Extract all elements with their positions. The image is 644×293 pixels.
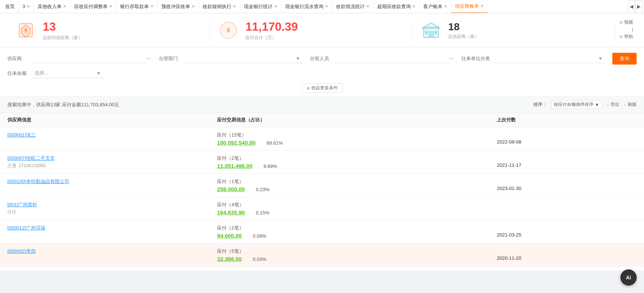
nav-ar-ap-adjust-close[interactable]: ✕ — [109, 4, 112, 9]
table-header: 供应商信息 应付交易信息（占比） 上次付数 — [0, 113, 644, 127]
supplier-dots-icon[interactable]: ··· — [146, 55, 151, 62]
supplier-info-5: [000012]广州贝瑞 — [7, 225, 217, 231]
payable-amount-5[interactable]: 94,600.00 — [217, 232, 242, 239]
nav-customer-book-close[interactable]: ✕ — [444, 4, 447, 9]
supplier-link-2[interactable]: [000007]恒旺二手叉车 — [7, 155, 217, 162]
results-text: 搜索结果中，供应商13家 应付金额111,703,854.00元 — [7, 102, 119, 107]
payable-amount-4[interactable]: 164,635.90 — [217, 209, 245, 216]
nav-receipt-verify-close[interactable]: ✕ — [233, 4, 236, 9]
table-row: [000007]恒旺二手叉车 王通 17106110000 应付（2笔） 11,… — [0, 151, 644, 174]
nav-cash-bank-stat[interactable]: 现金银行统计 ✕ — [240, 0, 281, 13]
filter-row-1: 供应商 ··· 分管部门 ▼ 分管人员 ··· 往来单位分类 ▼ — [7, 53, 637, 65]
supplier-contact-2: 王通 17106110000 — [7, 163, 217, 169]
supplier-link-4[interactable]: [001]广州荣轩 — [7, 201, 217, 208]
person-dots-icon[interactable]: ··· — [449, 55, 454, 62]
nav-supplier-book-label: 供应商账本 — [455, 3, 479, 10]
summary-text-total-suppliers: 18 总供应商（家） — [448, 21, 479, 40]
nav-receipt-stat-close[interactable]: ✕ — [366, 4, 370, 9]
summary-text-ap-suppliers: 13 总应付供应商（家） — [43, 20, 83, 41]
video-link[interactable]: ⊙ 视频 — [619, 19, 633, 25]
nav-tab3-close[interactable]: ✕ — [27, 4, 30, 9]
nav-cash-bank-query-close[interactable]: ✕ — [325, 4, 328, 9]
payable-info-6: 应付（5笔） 32,366.00 0.03% — [217, 248, 497, 262]
sort-select[interactable]: 按应付余额倒序排序 ▼ — [551, 100, 602, 109]
supplier-info-3: [000100]本特勤油品有限公司 — [7, 178, 217, 185]
nav-supplier-book-close[interactable]: ✕ — [480, 4, 484, 8]
svg-rect-9 — [425, 31, 427, 34]
balance-select[interactable]: 选择... ▼ — [32, 68, 103, 78]
supplier-input[interactable] — [32, 54, 146, 63]
nav-right-arrow[interactable]: ▶ — [635, 0, 643, 13]
lastpay-3: 2023-01-30 — [497, 178, 637, 191]
nav-cash-bank-query[interactable]: 现金银行流水查询 ✕ — [281, 0, 332, 13]
filter-item-person: 分管人员 ··· — [310, 54, 454, 63]
payable-amount-2[interactable]: 11,051,486.00 — [217, 163, 252, 169]
payable-label-2: 应付（2笔） — [217, 155, 497, 162]
collapse-button[interactable]: ∧ 收起更多条件 — [302, 83, 343, 93]
nav-ar-ap-adjust[interactable]: 应收应付调整单 ✕ — [70, 0, 116, 13]
nav-other-income-close[interactable]: ✕ — [63, 4, 66, 9]
filter-label-balance: 往来余额 — [7, 70, 29, 77]
payable-label-4: 应付（4笔） — [217, 201, 497, 208]
summary-actions: ⊙ 视频 | ⊙ 帮助 — [616, 19, 637, 41]
supplier-link-6[interactable]: [000002]李四 — [7, 248, 217, 255]
nav-bank-deposit[interactable]: 银行存取款单 ✕ — [116, 0, 158, 13]
payable-info-5: 应付（2笔） 94,600.00 0.08% — [217, 225, 497, 239]
nav-advance-receive-label: 预收冲应收单 — [161, 3, 190, 10]
filter-section: 供应商 ··· 分管部门 ▼ 分管人员 ··· 往来单位分类 ▼ — [0, 48, 644, 97]
payable-percent-2: 9.89% — [263, 163, 277, 169]
nav-cash-bank-stat-close[interactable]: ✕ — [274, 4, 277, 9]
nav-overdue-query-close[interactable]: ✕ — [412, 4, 416, 9]
nav-receipt-stat-label: 收款情况统计 — [336, 3, 365, 10]
nav-tab3[interactable]: 3 ✕ — [19, 0, 34, 13]
payable-percent-6: 0.03% — [253, 256, 266, 262]
nav-receipt-verify[interactable]: 收款核销执行 ✕ — [199, 0, 240, 13]
summary-number-ap-suppliers: 13 — [43, 20, 83, 34]
payable-amount-3[interactable]: 258,000.00 — [217, 186, 245, 192]
payable-row-5: 94,600.00 0.08% — [217, 232, 497, 239]
refresh-icon: ○ — [624, 102, 626, 107]
nav-bank-deposit-close[interactable]: ✕ — [150, 4, 154, 9]
summary-number-total-suppliers: 18 — [448, 21, 479, 33]
nav-ar-ap-adjust-label: 应收应付调整单 — [74, 3, 108, 10]
supplier-link-5[interactable]: [000012]广州贝瑞 — [7, 225, 217, 231]
payable-amount-6[interactable]: 32,366.00 — [217, 256, 242, 262]
collapse-icon: ∧ — [307, 86, 310, 91]
nav-customer-book[interactable]: 客户账本 ✕ — [420, 0, 451, 13]
table-row: [000002]李四 应付（5笔） 32,366.00 0.03% 2020-1… — [0, 244, 644, 267]
payable-label-3: 应付（1笔） — [217, 178, 497, 185]
nav-overdue-query[interactable]: 超期应收款查询 ✕ — [374, 0, 420, 13]
nav-advance-receive-close[interactable]: ✕ — [192, 4, 195, 9]
nav-advance-receive[interactable]: 预收冲应收单 ✕ — [158, 0, 199, 13]
nav-tab3-label: 3 — [22, 4, 25, 9]
summary-label-ap-suppliers: 总应付供应商（家） — [43, 35, 83, 41]
nav-other-income[interactable]: 其他收入单 ✕ — [34, 0, 70, 13]
nav-home[interactable]: 首页 — [1, 0, 19, 13]
supplier-link-3[interactable]: [000100]本特勤油品有限公司 — [7, 178, 217, 185]
nav-supplier-book[interactable]: 供应商账本 ✕ — [451, 0, 488, 13]
summary-label-total-suppliers: 总供应商（家） — [448, 34, 479, 40]
payable-info-2: 应付（2笔） 11,051,486.00 9.89% — [217, 155, 497, 169]
export-button[interactable]: ○ 导出 — [606, 101, 619, 108]
help-link[interactable]: ⊙ 帮助 — [619, 34, 633, 40]
payable-percent-4: 0.15% — [256, 210, 269, 216]
filter-label-supplier: 供应商 — [7, 55, 29, 62]
person-input[interactable] — [335, 54, 449, 63]
payable-label-1: 应付（15笔） — [217, 132, 497, 138]
sort-value: 按应付余额倒序排序 — [554, 101, 594, 108]
refresh-button[interactable]: ○ 刷新 — [624, 101, 637, 108]
balance-chevron-icon: ▼ — [96, 70, 101, 76]
collapse-label: 收起更多条件 — [311, 85, 338, 91]
supplier-link-1[interactable]: [000001]张三 — [7, 132, 217, 138]
query-button[interactable]: 查询 — [612, 53, 637, 65]
table-row: [000012]广州贝瑞 应付（2笔） 94,600.00 0.08% 2021… — [0, 220, 644, 244]
nav-receipt-stat[interactable]: 收款情况统计 ✕ — [332, 0, 374, 13]
payable-amount-1[interactable]: 100,092,540.00 — [217, 139, 255, 146]
dept-select[interactable]: ▼ — [184, 54, 303, 63]
nav-left-arrow[interactable]: ◀ — [628, 0, 635, 13]
payable-percent-3: 0.23% — [256, 187, 269, 192]
supplier-contact-4: 仔仔 — [7, 209, 217, 216]
category-select[interactable]: ▼ — [494, 54, 605, 63]
results-summary: 搜索结果中，供应商13家 应付金额111,703,854.00元 — [7, 101, 119, 108]
balance-select-text: 选择... — [35, 70, 48, 76]
